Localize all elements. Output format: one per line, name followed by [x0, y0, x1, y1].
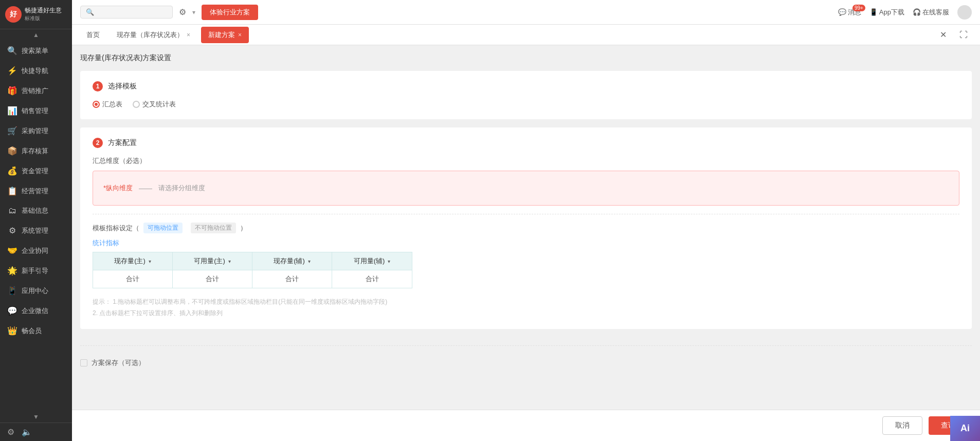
sidebar-icon-inventory: 📦	[7, 146, 17, 156]
tab-inventory-close[interactable]: ×	[187, 31, 190, 39]
settings-icon[interactable]: ⚙	[7, 427, 14, 437]
sound-icon[interactable]: 🔈	[22, 427, 32, 437]
sidebar-label-inventory: 库存核算	[22, 146, 48, 156]
step1-num: 1	[93, 81, 103, 91]
step1-header: 1 选择模板	[93, 81, 959, 91]
step2-title: 方案配置	[108, 138, 137, 148]
sidebar-icon-purchase: 🛒	[7, 126, 17, 136]
sidebar-label-finance: 资金管理	[22, 167, 48, 176]
trial-button[interactable]: 体验行业方案	[202, 5, 258, 20]
tab-new-plan-label: 新建方案	[208, 30, 235, 40]
topbar-right: 💬 消息 99+ 📱 App下载 🎧 在线客服	[838, 5, 972, 20]
sidebar-label-purchase: 采购管理	[22, 126, 48, 136]
sidebar-label-management: 经营管理	[22, 187, 48, 196]
expand-window-button[interactable]: ⛶	[953, 25, 974, 45]
customer-service-button[interactable]: 🎧 在线客服	[913, 8, 949, 17]
dimension-box[interactable]: *纵向维度 —— 请选择分组维度	[93, 171, 959, 206]
sidebar-label-system: 系统管理	[22, 226, 48, 235]
headset-icon: 🎧	[913, 8, 921, 16]
header-label: 可用量(辅)	[354, 256, 385, 266]
sidebar-label-search: 搜索菜单	[22, 46, 48, 56]
sidebar-item-marketing[interactable]: 🎁营销推广	[0, 81, 72, 101]
app-download-button[interactable]: 📱 App下载	[869, 8, 904, 17]
sidebar-item-purchase[interactable]: 🛒采购管理	[0, 121, 72, 141]
tab-new-plan-close[interactable]: ×	[238, 31, 242, 39]
search-input[interactable]	[97, 9, 159, 16]
tips-section: 提示： 1.拖动标题栏可以调整布局，不可跨维度或指标区域拖动栏目(只能在同一维度…	[93, 297, 959, 319]
tab-home[interactable]: 首页	[78, 25, 108, 45]
sidebar-item-management[interactable]: 📋经营管理	[0, 181, 72, 201]
search-box[interactable]: 🔍	[80, 6, 173, 19]
chevron-down-icon[interactable]: ▾	[308, 259, 311, 264]
sidebar: 好 畅捷通好生意 标准版 ▲ 🔍搜索菜单⚡快捷导航🎁营销推广📊销售管理🛒采购管理…	[0, 0, 72, 441]
sidebar-item-cooperation[interactable]: 🤝企业协同	[0, 241, 72, 261]
table-body-cell: 合计	[173, 270, 252, 288]
tabs-bar: 首页 现存量（库存状况表） × 新建方案 × ✕ ⛶	[72, 25, 980, 45]
dimension-required: *纵向维度	[103, 183, 133, 193]
sidebar-item-newbie[interactable]: 🌟新手引导	[0, 261, 72, 281]
table-body-row: 合计合计合计合计	[93, 270, 412, 288]
indicator-label: 模板指标设定（ 可拖动位置 不可拖动位置 ）	[93, 223, 959, 233]
logo-icon: 好	[5, 6, 22, 23]
cancel-button[interactable]: 取消	[882, 416, 922, 435]
table-body-cell: 合计	[252, 270, 332, 288]
sidebar-item-system[interactable]: ⚙系统管理	[0, 220, 72, 241]
save-checkbox[interactable]	[80, 359, 87, 366]
table-body-cell: 合计	[93, 270, 173, 288]
app-download-icon: 📱	[869, 8, 878, 16]
sidebar-label-marketing: 营销推广	[22, 86, 48, 96]
topbar-gear-icon[interactable]: ⚙	[179, 7, 186, 17]
sidebar-icon-baseinfo: 🗂	[7, 206, 17, 215]
dimension-sep: ——	[139, 185, 152, 192]
table-body-cell: 合计	[332, 270, 412, 288]
dimension-section: 汇总维度（必选） *纵向维度 —— 请选择分组维度	[93, 156, 959, 206]
sidebar-icon-wechat: 💬	[7, 306, 17, 316]
sidebar-item-member[interactable]: 👑畅会员	[0, 321, 72, 341]
topbar-dropdown-icon[interactable]: ▾	[192, 9, 195, 16]
radio-cross-label: 交叉统计表	[142, 100, 176, 109]
tab-inventory[interactable]: 现存量（库存状况表） ×	[108, 25, 199, 45]
table-header-cell[interactable]: 可用量(辅)▾	[332, 252, 412, 270]
close-window-button[interactable]: ✕	[933, 25, 953, 45]
radio-summary[interactable]: 汇总表	[93, 100, 122, 109]
header-label: 现存量(主)	[114, 256, 146, 266]
table-header-cell[interactable]: 现存量(辅)▾	[252, 252, 332, 270]
table-header-cell[interactable]: 现存量(主)▾	[93, 252, 173, 270]
sidebar-item-inventory[interactable]: 📦库存核算	[0, 141, 72, 161]
messages-button[interactable]: 💬 消息 99+	[838, 8, 861, 17]
separator-line	[93, 214, 959, 214]
radio-cross[interactable]: 交叉统计表	[133, 100, 176, 109]
sidebar-scroll-up[interactable]: ▲	[0, 29, 72, 41]
sidebar-bottom: ⚙ 🔈	[0, 422, 72, 441]
table-header-cell[interactable]: 可用量(主)▾	[173, 252, 252, 270]
sidebar-item-search[interactable]: 🔍搜索菜单	[0, 41, 72, 61]
header-label: 可用量(主)	[194, 256, 225, 266]
template-radio-group: 汇总表 交叉统计表	[93, 100, 959, 109]
content-area: 现存量(库存状况表)方案设置 1 选择模板 汇总表 交叉统计表 2	[72, 45, 980, 410]
chevron-down-icon[interactable]: ▾	[149, 259, 151, 264]
chevron-down-icon[interactable]: ▾	[388, 259, 390, 264]
sidebar-item-finance[interactable]: 💰资金管理	[0, 161, 72, 181]
ai-button[interactable]: Ai	[950, 416, 980, 441]
sidebar-icon-finance: 💰	[7, 166, 17, 176]
save-option-label: 方案保存（可选）	[92, 358, 145, 368]
sidebar-item-appcenter[interactable]: 📱应用中心	[0, 281, 72, 301]
ai-label: Ai	[960, 423, 970, 434]
separator-line-2	[80, 345, 972, 346]
app-logo: 好 畅捷通好生意 标准版	[0, 0, 72, 29]
step1-card: 1 选择模板 汇总表 交叉统计表	[80, 71, 972, 119]
indicator-settings: 模板指标设定（ 可拖动位置 不可拖动位置 ） 统计指标 现存量(主)▾可用量(主…	[93, 223, 959, 319]
sidebar-item-quicknav[interactable]: ⚡快捷导航	[0, 61, 72, 81]
step2-num: 2	[93, 138, 103, 148]
chevron-down-icon[interactable]: ▾	[228, 259, 231, 264]
sidebar-item-wechat[interactable]: 💬企业微信	[0, 301, 72, 321]
sidebar-scroll-down[interactable]: ▼	[0, 411, 72, 422]
customer-service-label: 在线客服	[922, 8, 949, 17]
tab-new-plan[interactable]: 新建方案 ×	[201, 27, 249, 43]
sidebar-item-sales[interactable]: 📊销售管理	[0, 101, 72, 121]
sidebar-icon-search: 🔍	[7, 46, 17, 56]
sidebar-nav: 🔍搜索菜单⚡快捷导航🎁营销推广📊销售管理🛒采购管理📦库存核算💰资金管理📋经营管理…	[0, 41, 72, 411]
sidebar-item-baseinfo[interactable]: 🗂基础信息	[0, 201, 72, 220]
user-avatar[interactable]	[957, 5, 972, 20]
topbar: 🔍 ⚙ ▾ 体验行业方案 💬 消息 99+ 📱 App下载 🎧 在线客服	[72, 0, 980, 25]
